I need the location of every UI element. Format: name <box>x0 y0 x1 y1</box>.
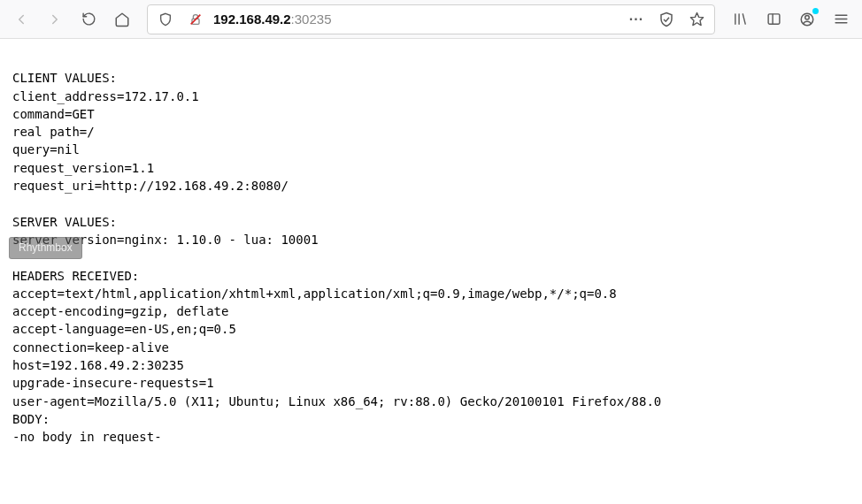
command-line: command=GET <box>12 107 95 121</box>
shield-icon[interactable] <box>153 7 178 32</box>
home-button[interactable] <box>108 5 136 34</box>
svg-line-5 <box>743 14 745 24</box>
body-empty-line: -no body in request- <box>12 430 162 444</box>
server-version-line: server_version=nginx: 1.10.0 - lua: 1000… <box>12 233 319 247</box>
section-headers: HEADERS RECEIVED: <box>12 269 139 283</box>
url-bar[interactable]: 192.168.49.2:30235 ··· <box>147 4 715 34</box>
bookmark-star-icon[interactable] <box>684 7 709 32</box>
upgrade-insecure-line: upgrade-insecure-requests=1 <box>12 376 214 390</box>
section-body: BODY: <box>12 412 50 426</box>
request-version-line: request_version=1.1 <box>12 161 154 175</box>
connection-line: connection=keep-alive <box>12 340 169 355</box>
reload-button[interactable] <box>74 5 103 34</box>
url-port: :30235 <box>291 11 332 27</box>
page-actions-icon[interactable]: ··· <box>624 7 649 32</box>
insecure-lock-icon[interactable] <box>183 7 208 32</box>
query-line: query=nil <box>12 142 80 157</box>
svg-marker-2 <box>690 12 703 25</box>
client-address-line: client_address=172.17.0.1 <box>12 89 199 103</box>
sidebar-icon[interactable] <box>759 5 788 34</box>
url-host: 192.168.49.2 <box>213 11 291 27</box>
accept-encoding-line: accept-encoding=gzip, deflate <box>12 304 228 318</box>
library-icon[interactable] <box>726 5 754 34</box>
section-client-values: CLIENT VALUES: <box>12 71 117 85</box>
real-path-line: real path=/ <box>12 125 95 139</box>
browser-toolbar: 192.168.49.2:30235 ··· <box>0 0 862 39</box>
user-agent-line: user-agent=Mozilla/5.0 (X11; Ubuntu; Lin… <box>12 394 661 409</box>
menu-icon[interactable] <box>827 5 855 34</box>
back-button[interactable] <box>7 5 35 34</box>
host-line: host=192.168.49.2:30235 <box>12 358 184 372</box>
forward-button[interactable] <box>41 5 69 34</box>
accept-line: accept=text/html,application/xhtml+xml,a… <box>12 286 617 301</box>
reader-mode-icon[interactable] <box>654 7 679 32</box>
svg-rect-6 <box>768 14 780 24</box>
svg-point-9 <box>805 15 810 19</box>
request-uri-line: request_uri=http://192.168.49.2:8080/ <box>12 179 289 193</box>
page-content: CLIENT VALUES: client_address=172.17.0.1… <box>0 39 862 477</box>
accept-language-line: accept-language=en-US,en;q=0.5 <box>12 322 236 336</box>
section-server-values: SERVER VALUES: <box>12 215 117 229</box>
url-text[interactable]: 192.168.49.2:30235 <box>213 11 619 27</box>
account-icon[interactable] <box>793 5 821 34</box>
